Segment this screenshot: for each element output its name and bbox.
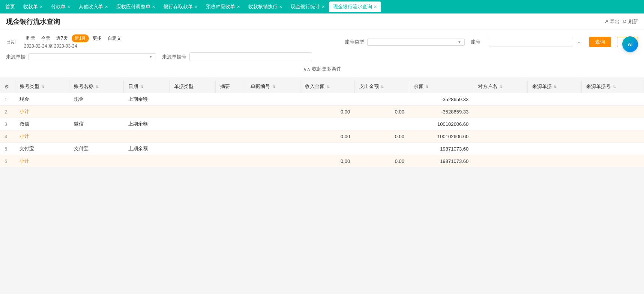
nav-other-income[interactable]: 其他收入单 ✕ <box>75 1 112 12</box>
date-btn-yesterday[interactable]: 昨天 <box>24 34 38 42</box>
page-title: 现金银行流水查询 <box>6 17 60 26</box>
account-input[interactable] <box>492 39 570 45</box>
cell-source-doc <box>527 155 582 167</box>
cell-counterpart <box>473 143 527 155</box>
date-btn-1month[interactable]: 近1月 <box>72 34 89 42</box>
cell-account-type: 小计 <box>15 106 69 118</box>
refresh-button[interactable]: ↺ 刷新 <box>623 18 638 25</box>
cell-doc-no <box>246 130 300 143</box>
nav-collection-close[interactable]: ✕ <box>279 4 282 9</box>
nav-prepaid[interactable]: 预收冲应收单 ✕ <box>202 1 244 12</box>
cell-account-type: 支付宝 <box>15 143 69 155</box>
cell-account-name <box>69 130 124 143</box>
nav-payment-close[interactable]: ✕ <box>67 4 71 9</box>
date-btn-today[interactable]: 今天 <box>39 34 53 42</box>
col-source-doc[interactable]: 来源单据 ⇅ <box>527 80 582 93</box>
cell-source-doc <box>527 118 582 130</box>
col-doc-no[interactable]: 单据编号 ⇅ <box>246 80 300 93</box>
cell-doc-type <box>169 93 215 106</box>
nav-receipt[interactable]: 收款单 ✕ <box>20 1 47 12</box>
cell-expense: 0.00 <box>354 106 409 118</box>
nav-payment[interactable]: 付款单 ✕ <box>47 1 74 12</box>
col-settings[interactable]: ⚙ <box>0 80 15 93</box>
col-income[interactable]: 收入金额 ⇅ <box>300 80 354 93</box>
collapse-label: 收起更多条件 <box>312 66 341 72</box>
table-row: 3微信微信上期余额100102606.60 <box>0 118 644 130</box>
cell-date <box>124 106 169 118</box>
date-shortcuts: 昨天 今天 近7天 近1月 更多 自定义 2023-02-24 至 2023-0… <box>24 34 123 49</box>
col-date[interactable]: 日期 ⇅ <box>124 80 169 93</box>
filter-row-1: 日期 昨天 今天 近7天 近1月 更多 自定义 2023-02-24 至 202… <box>6 34 638 49</box>
cell-balance: -3528659.33 <box>409 106 473 118</box>
table-body: 1现金现金上期余额-3528659.332小计0.000.00-3528659.… <box>0 93 644 167</box>
source-doc-select[interactable]: ▼ <box>29 53 156 60</box>
col-expense[interactable]: 支出金额 ⇅ <box>354 80 409 93</box>
sort-balance-icon: ⇅ <box>425 85 428 89</box>
col-account-type[interactable]: 账号类型 ⇅ <box>15 80 69 93</box>
export-icon: ↗ <box>604 19 608 24</box>
source-doc-no-input[interactable] <box>193 54 309 60</box>
collapse-bar[interactable]: ∧∧ 收起更多条件 <box>6 64 638 72</box>
table-row: 1现金现金上期余额-3528659.33 <box>0 93 644 106</box>
col-account-name[interactable]: 账号名称 ⇅ <box>69 80 124 93</box>
nav-cash-stats-close[interactable]: ✕ <box>321 4 325 9</box>
cell-doc-type <box>169 143 215 155</box>
row-number: 5 <box>0 143 15 155</box>
account-ellipsis[interactable]: ··· <box>576 39 583 45</box>
nav-adjustment[interactable]: 应收应付调整单 ✕ <box>113 1 159 12</box>
cell-doc-type <box>169 130 215 143</box>
nav-cash-flow-label: 现金银行流水查询 <box>333 3 372 10</box>
export-button[interactable]: ↗ 导出 <box>604 18 620 25</box>
cell-doc-no <box>246 93 300 106</box>
sort-income-icon: ⇅ <box>327 85 330 89</box>
cell-source-doc-no <box>582 93 644 106</box>
nav-bank-deposit[interactable]: 银行存取款单 ✕ <box>160 1 201 12</box>
col-counterpart[interactable]: 对方户名 ⇅ <box>473 80 527 93</box>
ai-assistant-button[interactable]: Ai <box>622 36 638 52</box>
cell-balance: 19871073.60 <box>409 143 473 155</box>
cell-source-doc-no <box>582 106 644 118</box>
nav-other-income-close[interactable]: ✕ <box>105 4 108 9</box>
cell-income: 0.00 <box>300 106 354 118</box>
data-table-container: ⚙ 账号类型 ⇅ 账号名称 ⇅ 日期 ⇅ 单据类型 摘要 单据编号 ⇅ 收入金额… <box>0 80 644 167</box>
cell-date: 上期余额 <box>124 93 169 106</box>
sort-counterpart-icon: ⇅ <box>499 85 502 89</box>
nav-home[interactable]: 首页 <box>2 1 19 12</box>
nav-bank-deposit-close[interactable]: ✕ <box>194 4 198 9</box>
col-source-doc-no[interactable]: 来源单据号 ⇅ <box>582 80 644 93</box>
cell-income <box>300 118 354 130</box>
cell-summary <box>215 143 246 155</box>
cell-doc-type <box>169 155 215 167</box>
nav-receipt-close[interactable]: ✕ <box>39 4 43 9</box>
refresh-icon: ↺ <box>623 19 627 24</box>
cell-expense <box>354 93 409 106</box>
table-row: 5支付宝支付宝上期余额19871073.60 <box>0 143 644 155</box>
query-button[interactable]: 查询 <box>589 37 611 47</box>
nav-cash-stats[interactable]: 现金银行统计 ✕ <box>287 1 329 12</box>
table-settings-icon[interactable]: ⚙ <box>5 84 9 90</box>
date-btn-custom[interactable]: 自定义 <box>105 34 123 42</box>
nav-prepaid-close[interactable]: ✕ <box>237 4 240 9</box>
nav-adjustment-close[interactable]: ✕ <box>152 4 155 9</box>
header-actions: ↗ 导出 ↺ 刷新 <box>604 18 638 25</box>
date-btn-7days[interactable]: 近7天 <box>54 34 70 42</box>
nav-cash-flow-close[interactable]: ✕ <box>374 4 377 9</box>
account-type-select[interactable]: ▼ <box>367 39 465 46</box>
nav-cash-flow[interactable]: 现金银行流水查询 ✕ <box>329 1 381 12</box>
page-header: 现金银行流水查询 ↗ 导出 ↺ 刷新 <box>0 13 644 30</box>
cell-counterpart <box>473 93 527 106</box>
date-range-display: 2023-02-24 至 2023-03-24 <box>24 43 123 49</box>
sort-expense-icon: ⇅ <box>381 85 384 89</box>
source-doc-no-filter-group: 来源单据号 <box>162 52 312 61</box>
nav-receipt-label: 收款单 <box>23 3 38 10</box>
col-balance[interactable]: 余额 ⇅ <box>409 80 473 93</box>
date-btn-more[interactable]: 更多 <box>90 34 104 42</box>
sort-date-icon: ⇅ <box>140 85 143 89</box>
cell-account-type: 现金 <box>15 93 69 106</box>
cell-account-type: 微信 <box>15 118 69 130</box>
sort-account-type-icon: ⇅ <box>41 85 44 89</box>
account-label: 账号 <box>471 39 486 45</box>
cell-counterpart <box>473 155 527 167</box>
date-filter-label: 日期 <box>6 39 21 45</box>
nav-collection[interactable]: 收款核销执行 ✕ <box>245 1 286 12</box>
